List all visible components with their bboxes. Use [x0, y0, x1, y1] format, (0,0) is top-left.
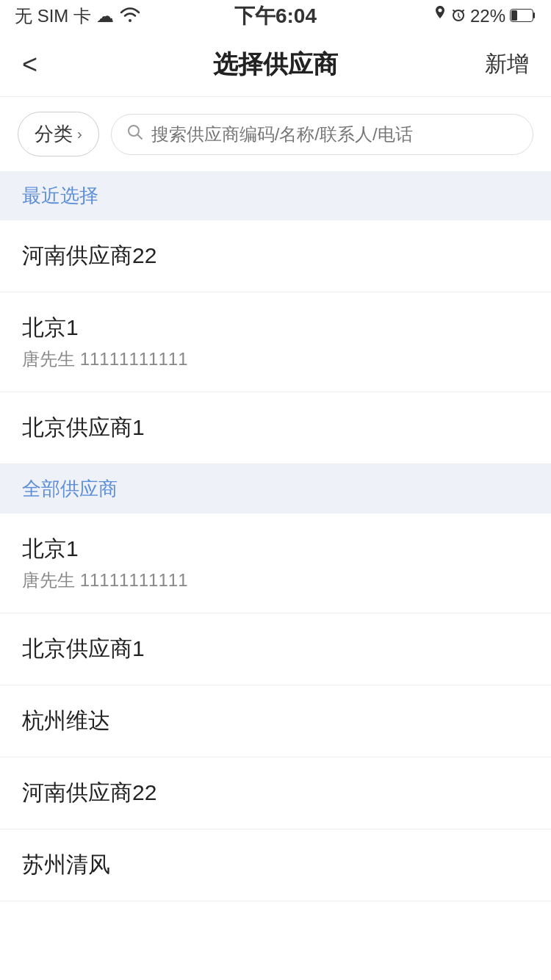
all-items-list: 北京1 唐先生 11111111111 北京供应商1 杭州维达 河南供应商22 … [0, 514, 551, 901]
nav-bar: < 选择供应商 新增 [0, 32, 551, 97]
list-item[interactable]: 北京供应商1 [0, 392, 551, 464]
item-contact: 唐先生 11111111111 [22, 569, 529, 592]
search-area: 分类 › [0, 97, 551, 171]
list-item[interactable]: 河南供应商22 [0, 220, 551, 292]
wifi-icon [120, 6, 140, 26]
item-name: 河南供应商22 [22, 778, 529, 808]
list-item[interactable]: 北京1 唐先生 11111111111 [0, 292, 551, 392]
list-item[interactable]: 河南供应商22 [0, 757, 551, 829]
item-name: 苏州清风 [22, 850, 529, 880]
page-title: 选择供应商 [213, 48, 338, 82]
signal-text: 无 SIM 卡 ☁ [15, 4, 114, 28]
status-time: 下午6:04 [234, 2, 317, 30]
status-bar: 无 SIM 卡 ☁ 下午6:04 22% [0, 0, 551, 32]
list-item[interactable]: 苏州清风 [0, 829, 551, 901]
item-name: 北京供应商1 [22, 634, 529, 664]
item-name: 河南供应商22 [22, 241, 529, 271]
list-item[interactable]: 杭州维达 [0, 685, 551, 757]
back-button[interactable]: < [22, 49, 66, 80]
item-contact: 唐先生 11111111111 [22, 347, 529, 371]
category-button[interactable]: 分类 › [18, 112, 99, 156]
location-icon [433, 6, 447, 26]
svg-rect-2 [511, 10, 517, 21]
alarm-icon [451, 6, 466, 26]
recent-items-list: 河南供应商22 北京1 唐先生 11111111111 北京供应商1 [0, 220, 551, 464]
recent-section-header: 最近选择 [0, 171, 551, 220]
add-button[interactable]: 新增 [485, 49, 529, 79]
battery-percentage: 22% [470, 6, 505, 26]
list-item[interactable]: 北京供应商1 [0, 613, 551, 685]
item-name: 北京供应商1 [22, 413, 529, 443]
status-right: 22% [433, 6, 536, 26]
search-box[interactable] [111, 114, 533, 155]
category-label: 分类 [35, 121, 73, 147]
all-section-header: 全部供应商 [0, 464, 551, 514]
search-input[interactable] [151, 124, 518, 145]
battery-icon [510, 6, 536, 26]
status-left: 无 SIM 卡 ☁ [15, 4, 140, 28]
search-icon [126, 123, 144, 145]
item-name: 北京1 [22, 534, 529, 564]
item-name: 杭州维达 [22, 706, 529, 736]
item-name: 北京1 [22, 313, 529, 343]
chevron-right-icon: › [77, 126, 82, 143]
list-item[interactable]: 北京1 唐先生 11111111111 [0, 514, 551, 613]
